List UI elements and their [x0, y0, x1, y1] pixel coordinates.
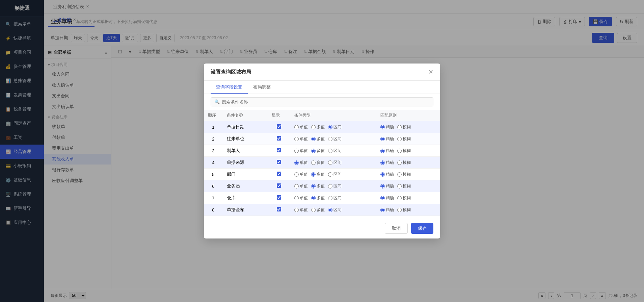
cell-show[interactable] — [268, 192, 290, 204]
show-checkbox-label[interactable] — [277, 125, 281, 130]
match-fuzzy-label[interactable]: 模糊 — [397, 207, 411, 213]
type-single-label[interactable]: 单值 — [294, 183, 308, 189]
type-single-label[interactable]: 单值 — [294, 148, 308, 154]
type-range-label[interactable]: 区间 — [328, 207, 342, 213]
type-single-label[interactable]: 单值 — [294, 160, 308, 166]
type-single-label[interactable]: 单值 — [294, 172, 308, 177]
type-range-label[interactable]: 区间 — [328, 160, 342, 166]
type-range-label[interactable]: 区间 — [328, 172, 342, 177]
match-fuzzy-radio[interactable] — [397, 125, 402, 129]
show-checkbox-label[interactable] — [277, 207, 281, 212]
type-single-radio[interactable] — [294, 208, 299, 212]
show-checkbox[interactable] — [277, 124, 281, 129]
show-checkbox[interactable] — [277, 195, 281, 200]
match-exact-radio[interactable] — [380, 125, 385, 129]
type-multi-label[interactable]: 多值 — [311, 124, 325, 130]
type-single-label[interactable]: 单值 — [294, 207, 308, 213]
type-range-label[interactable]: 区间 — [328, 124, 342, 130]
type-range-radio[interactable] — [328, 137, 332, 141]
type-range-label[interactable]: 区间 — [328, 183, 342, 189]
match-exact-radio[interactable] — [380, 149, 385, 153]
match-fuzzy-radio[interactable] — [397, 137, 402, 141]
type-single-radio[interactable] — [294, 196, 299, 200]
dialog-close-button[interactable]: ✕ — [428, 68, 433, 76]
cell-show[interactable] — [268, 133, 290, 145]
match-fuzzy-radio[interactable] — [397, 160, 402, 165]
type-multi-label[interactable]: 多值 — [311, 183, 325, 189]
type-single-label[interactable]: 单值 — [294, 124, 308, 130]
type-single-radio[interactable] — [294, 137, 299, 141]
type-single-radio[interactable] — [294, 125, 299, 129]
cell-show[interactable] — [268, 145, 290, 157]
type-range-radio[interactable] — [328, 149, 332, 153]
show-checkbox-label[interactable] — [277, 160, 281, 165]
type-multi-label[interactable]: 多值 — [311, 148, 325, 154]
show-checkbox[interactable] — [277, 136, 281, 141]
type-single-radio[interactable] — [294, 149, 299, 153]
type-multi-label[interactable]: 多值 — [311, 172, 325, 177]
show-checkbox-label[interactable] — [277, 172, 281, 177]
match-exact-radio[interactable] — [380, 160, 385, 165]
match-exact-label[interactable]: 精确 — [380, 124, 394, 130]
show-checkbox[interactable] — [277, 160, 281, 164]
match-fuzzy-radio[interactable] — [397, 208, 402, 212]
match-exact-label[interactable]: 精确 — [380, 136, 394, 142]
match-exact-radio[interactable] — [380, 208, 385, 212]
type-multi-label[interactable]: 多值 — [311, 160, 325, 166]
type-single-label[interactable]: 单值 — [294, 136, 308, 142]
type-range-radio[interactable] — [328, 172, 332, 177]
type-range-radio[interactable] — [328, 196, 332, 200]
search-input[interactable] — [222, 99, 430, 104]
match-fuzzy-label[interactable]: 模糊 — [397, 148, 411, 154]
type-single-label[interactable]: 单值 — [294, 195, 308, 201]
match-exact-label[interactable]: 精确 — [380, 160, 394, 166]
match-fuzzy-label[interactable]: 模糊 — [397, 160, 411, 166]
type-single-radio[interactable] — [294, 184, 299, 188]
type-single-radio[interactable] — [294, 172, 299, 177]
cell-show[interactable] — [268, 204, 290, 216]
cancel-button[interactable]: 取消 — [385, 223, 408, 234]
type-multi-radio[interactable] — [311, 172, 316, 177]
cell-show[interactable] — [268, 121, 290, 133]
match-fuzzy-label[interactable]: 模糊 — [397, 172, 411, 177]
type-multi-radio[interactable] — [311, 149, 316, 153]
show-checkbox-label[interactable] — [277, 184, 281, 189]
show-checkbox[interactable] — [277, 172, 281, 176]
type-multi-label[interactable]: 多值 — [311, 136, 325, 142]
type-range-radio[interactable] — [328, 125, 332, 129]
tab-layout[interactable]: 布局调整 — [248, 81, 276, 94]
show-checkbox[interactable] — [277, 148, 281, 152]
show-checkbox-label[interactable] — [277, 136, 281, 142]
match-exact-radio[interactable] — [380, 137, 385, 141]
type-multi-label[interactable]: 多值 — [311, 207, 325, 213]
show-checkbox[interactable] — [277, 183, 281, 188]
type-range-label[interactable]: 区间 — [328, 148, 342, 154]
match-fuzzy-label[interactable]: 模糊 — [397, 124, 411, 130]
match-fuzzy-radio[interactable] — [397, 196, 402, 200]
tab-fields[interactable]: 查询字段设置 — [211, 81, 248, 94]
cell-show[interactable] — [268, 180, 290, 192]
match-fuzzy-radio[interactable] — [397, 149, 402, 153]
type-range-radio[interactable] — [328, 208, 332, 212]
type-multi-radio[interactable] — [311, 125, 316, 129]
match-fuzzy-radio[interactable] — [397, 184, 402, 188]
match-exact-label[interactable]: 精确 — [380, 172, 394, 177]
type-multi-radio[interactable] — [311, 137, 316, 141]
show-checkbox[interactable] — [277, 207, 281, 211]
type-range-label[interactable]: 区间 — [328, 195, 342, 201]
type-multi-radio[interactable] — [311, 160, 316, 165]
type-single-radio[interactable] — [294, 160, 299, 165]
match-exact-label[interactable]: 精确 — [380, 195, 394, 201]
type-multi-radio[interactable] — [311, 208, 316, 212]
match-exact-radio[interactable] — [380, 196, 385, 200]
save-dialog-button[interactable]: 保存 — [411, 223, 433, 234]
match-exact-label[interactable]: 精确 — [380, 183, 394, 189]
match-exact-label[interactable]: 精确 — [380, 148, 394, 154]
match-fuzzy-label[interactable]: 模糊 — [397, 136, 411, 142]
show-checkbox-label[interactable] — [277, 196, 281, 201]
show-checkbox-label[interactable] — [277, 148, 281, 153]
match-exact-label[interactable]: 精确 — [380, 207, 394, 213]
type-range-label[interactable]: 区间 — [328, 136, 342, 142]
type-range-radio[interactable] — [328, 160, 332, 165]
type-multi-label[interactable]: 多值 — [311, 195, 325, 201]
